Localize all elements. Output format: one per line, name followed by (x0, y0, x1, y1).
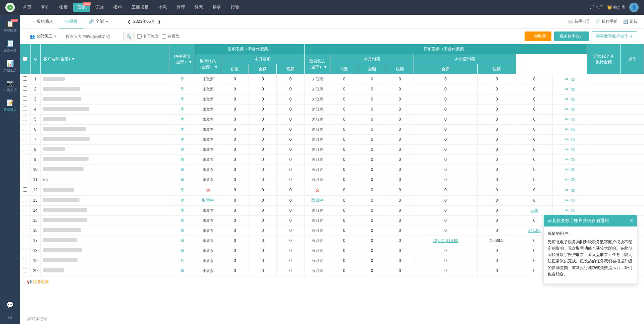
copy-icon[interactable]: ⧉ (571, 147, 575, 152)
th-period[interactable]: 纳税周期（全部）▼ (169, 44, 195, 74)
nav-business[interactable]: 工商项目 (127, 3, 153, 12)
row-checkbox-cell[interactable] (20, 185, 30, 195)
row-checkbox[interactable] (23, 208, 27, 212)
copy-icon[interactable]: ⧉ (571, 76, 575, 82)
tax-policy-link[interactable]: 📢 税务政策 (27, 279, 49, 284)
th-out-status[interactable]: 取票状态（全部）▼ (305, 54, 330, 74)
edit-icon[interactable]: ✏ (565, 167, 569, 172)
row-checkbox[interactable] (23, 107, 27, 111)
customer-search-box[interactable]: 🔍 (63, 32, 135, 41)
manual-btn[interactable]: 📄 操作手册 (596, 19, 618, 24)
nav-tax[interactable]: 报税 (109, 3, 126, 12)
edit-icon[interactable]: ✏ (565, 76, 569, 82)
row-checkbox[interactable] (23, 157, 27, 161)
row-checkbox-cell[interactable] (20, 134, 30, 144)
sidebar-item-scan-upload[interactable]: 📷 扫描上传 (0, 77, 20, 95)
row-checkbox-cell[interactable] (20, 225, 30, 236)
row-checkbox[interactable] (23, 198, 27, 202)
edit-icon[interactable]: ✏ (565, 107, 569, 112)
copy-icon[interactable]: ⧉ (571, 157, 575, 162)
row-checkbox-cell[interactable] (20, 114, 30, 124)
nav-bookkeeping[interactable]: 记账 (91, 3, 108, 12)
row-checkbox-cell[interactable] (20, 154, 30, 165)
edit-icon[interactable]: ✏ (565, 127, 569, 132)
row-checkbox-cell[interactable] (20, 195, 30, 205)
row-checkbox-cell[interactable] (20, 165, 30, 175)
copy-icon[interactable]: ⧉ (571, 198, 575, 203)
row-checkbox[interactable] (23, 167, 27, 171)
sidebar-item-invoice-open[interactable]: 🧾 发票开具 (0, 37, 20, 56)
tab-all-chevron[interactable]: ▼ (105, 20, 109, 23)
notification-close-btn[interactable]: × (630, 218, 633, 224)
copy-icon[interactable]: ⧉ (571, 107, 575, 112)
sidebar-item-invoice-summary[interactable]: 📊 票据汇总 (0, 57, 20, 75)
row-checkbox[interactable] (23, 218, 27, 222)
own-account-checkbox[interactable] (137, 34, 142, 39)
edit-icon[interactable]: ✏ (565, 96, 569, 102)
month12-link[interactable]: 341.00 (528, 228, 541, 233)
copy-icon[interactable]: ⧉ (571, 137, 575, 142)
th-settings[interactable]: ⚙ (30, 44, 40, 74)
tab-general-taxpayer[interactable]: 一般纳税人 (27, 15, 59, 28)
edit-icon[interactable]: ✏ (565, 157, 569, 162)
refresh-btn[interactable]: 🔄 刷新 (623, 19, 637, 24)
row-checkbox[interactable] (23, 127, 27, 131)
row-checkbox-cell[interactable] (20, 124, 30, 134)
digital-account-btn[interactable]: 税务数字账户 (554, 31, 589, 41)
nav-home[interactable]: 首页 (19, 3, 36, 12)
edit-icon[interactable]: ✏ (565, 117, 569, 122)
fullscreen-btn[interactable]: ⛶ 全屏 (590, 5, 603, 10)
edit-icon[interactable]: ✏ (565, 198, 569, 203)
row-checkbox[interactable] (23, 248, 27, 252)
copy-icon[interactable]: ⧉ (571, 127, 575, 132)
sidebar-item-chat[interactable]: 💬 (5, 299, 15, 311)
copy-icon[interactable]: ⧉ (571, 96, 575, 102)
row-checkbox-cell[interactable] (20, 104, 30, 114)
row-checkbox[interactable] (23, 228, 27, 232)
row-checkbox[interactable] (23, 76, 27, 81)
nav-fees[interactable]: 收费 (55, 3, 72, 12)
row-checkbox[interactable] (23, 147, 27, 151)
new-guide-btn[interactable]: 📖 新手引导 (568, 19, 590, 24)
th-in-status[interactable]: 取票状态（全部）▼ (195, 54, 221, 74)
row-checkbox-cell[interactable] (20, 266, 30, 276)
date-next-btn[interactable]: ❯ (158, 19, 161, 24)
edit-icon[interactable]: ✏ (565, 177, 569, 182)
row-checkbox[interactable] (23, 86, 27, 91)
member-btn[interactable]: 👑 购会员 (607, 5, 625, 10)
th-customer-name[interactable]: 客户名称(全部) ▼ (40, 44, 169, 74)
tab-all-ability[interactable]: 🔗 全能 ▼ (83, 15, 114, 28)
nav-settings[interactable]: 设置 (227, 3, 244, 12)
nav-customer[interactable]: 客户 (37, 3, 54, 12)
copy-icon[interactable]: ⧉ (571, 86, 575, 92)
select-all-checkbox[interactable] (23, 57, 27, 61)
sidebar-item-smart-invoice[interactable]: 📋 智能取票 new (0, 17, 20, 36)
nav-ops[interactable]: 经营 (191, 3, 207, 12)
row-checkbox-cell[interactable] (20, 236, 30, 246)
user-avatar[interactable]: 👤 (629, 3, 639, 12)
copy-icon[interactable]: ⧉ (571, 167, 575, 172)
nav-message[interactable]: 消息 (154, 3, 171, 12)
sidebar-item-invoice-entry[interactable]: 📝 票据录入 (0, 96, 20, 115)
copy-icon[interactable]: ⧉ (571, 208, 575, 213)
digital-account-ops-btn[interactable]: 税务数字账户操作 ▼ (592, 31, 637, 41)
date-prev-btn[interactable]: ❮ (127, 19, 131, 24)
copy-icon[interactable]: ⧉ (571, 187, 575, 193)
copy-icon[interactable]: ⧉ (571, 177, 575, 182)
nav-service[interactable]: 服务 (209, 3, 225, 12)
row-checkbox-cell[interactable] (20, 215, 30, 225)
row-checkbox[interactable] (23, 137, 27, 141)
tax-disk-filter[interactable]: 有税盘 (162, 34, 179, 39)
deduct-amount-link[interactable]: 12,621,319.99 (433, 238, 459, 243)
row-checkbox-cell[interactable] (20, 84, 30, 94)
sidebar-item-settings-bottom[interactable]: ⚙ (5, 311, 15, 324)
own-account-filter[interactable]: 名下帐套 (137, 34, 159, 39)
nav-manage[interactable]: 管理 (172, 3, 189, 12)
row-checkbox[interactable] (23, 268, 27, 272)
row-checkbox-cell[interactable] (20, 175, 30, 185)
search-button[interactable]: 🔍 (123, 32, 134, 41)
edit-icon[interactable]: ✏ (565, 147, 569, 152)
row-checkbox[interactable] (23, 238, 27, 242)
row-checkbox[interactable] (23, 96, 27, 101)
month12-link[interactable]: 5.00 (530, 208, 538, 213)
